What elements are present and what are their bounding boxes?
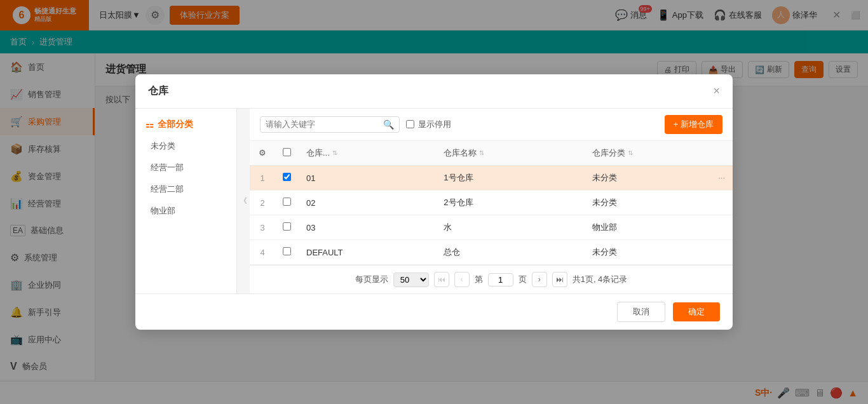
col-checkbox	[275, 141, 299, 166]
categories-title: 全部分类	[158, 119, 193, 130]
row-category: 未分类	[585, 240, 733, 265]
search-box: 🔍	[260, 116, 400, 133]
row-checkbox[interactable]	[283, 222, 291, 231]
row-code: DEFAULT	[299, 240, 436, 265]
row-code: 01	[299, 165, 436, 191]
col-name: 仓库名称 ⇅	[436, 141, 584, 166]
select-all-checkbox[interactable]	[283, 148, 291, 156]
per-page-label: 每页显示	[355, 274, 388, 285]
category-label-2: 经营二部	[151, 184, 184, 194]
total-info: 共1页, 4条记录	[573, 274, 628, 285]
modal-title: 仓库	[148, 84, 168, 98]
row-checkbox[interactable]	[283, 247, 291, 255]
show-disabled-checkbox-label[interactable]: 显示停用	[406, 119, 451, 130]
row-category: 未分类	[585, 191, 733, 215]
first-page-button[interactable]: ⏮	[434, 272, 449, 287]
modal-overlay: 仓库 × ⚏ 全部分类 未分类 经营一部 经营二部	[0, 0, 868, 404]
row-category: 未分类 ···	[585, 166, 733, 191]
table-row[interactable]: 3 03 水 物业部	[250, 215, 733, 240]
next-page-button[interactable]: ›	[532, 272, 547, 287]
modal-category-sidebar: ⚏ 全部分类 未分类 经营一部 经营二部 物业部	[135, 109, 237, 294]
category-item-ops2[interactable]: 经营二部	[135, 178, 236, 200]
row-name: 水	[436, 215, 584, 240]
pagination: 每页显示 50 10 20 100 ⏮ ‹ 第 页 › ⏭ 共1页, 4条记录	[250, 265, 733, 293]
row-name: 2号仓库	[436, 191, 584, 215]
cancel-button[interactable]: 取消	[617, 302, 665, 322]
col-category-sort-icon[interactable]: ⇅	[628, 149, 633, 156]
col-code-sort-icon[interactable]: ⇅	[332, 149, 337, 156]
per-page-select[interactable]: 50 10 20 100	[393, 273, 429, 287]
row-checkbox[interactable]	[283, 198, 291, 206]
table-row[interactable]: 2 02 2号仓库 未分类	[250, 191, 733, 215]
col-settings-icon[interactable]: ⚙	[259, 148, 266, 158]
page-input[interactable]	[488, 273, 513, 286]
col-settings: ⚙	[250, 141, 275, 166]
row-code: 03	[299, 215, 436, 240]
row-code: 02	[299, 191, 436, 215]
modal-footer: 取消 确定	[135, 293, 733, 330]
warehouse-modal: 仓库 × ⚏ 全部分类 未分类 经营一部 经营二部	[135, 74, 733, 330]
category-item-property[interactable]: 物业部	[135, 200, 236, 222]
row-more-button[interactable]: ···	[718, 173, 725, 182]
row-checkbox-cell	[275, 191, 299, 215]
row-checkbox[interactable]	[283, 173, 291, 181]
category-item-ops1[interactable]: 经营一部	[135, 157, 236, 178]
col-name-sort-icon[interactable]: ⇅	[479, 149, 484, 156]
category-item-unclassified[interactable]: 未分类	[135, 135, 236, 157]
show-disabled-checkbox[interactable]	[406, 120, 414, 128]
last-page-button[interactable]: ⏭	[552, 272, 567, 287]
col-name-label: 仓库名称	[444, 147, 477, 159]
categories-grid-icon: ⚏	[146, 119, 154, 130]
prev-page-button[interactable]: ‹	[454, 272, 470, 287]
row-index: 3	[250, 215, 275, 240]
modal-main-content: 🔍 显示停用 + 新增仓库 ⚙	[250, 109, 733, 294]
search-input[interactable]	[266, 119, 383, 129]
row-category: 物业部	[585, 215, 733, 240]
modal-close-button[interactable]: ×	[713, 85, 720, 97]
confirm-button[interactable]: 确定	[673, 302, 720, 321]
page-suffix: 页	[519, 274, 527, 285]
table-row[interactable]: 4 DEFAULT 总仓 未分类	[250, 240, 733, 265]
warehouse-table: ⚙ 仓库... ⇅	[250, 141, 733, 266]
row-checkbox-cell	[275, 215, 299, 240]
add-warehouse-button[interactable]: + 新增仓库	[665, 115, 722, 134]
row-index: 2	[250, 191, 275, 215]
category-label-0: 未分类	[151, 141, 175, 151]
category-label-1: 经营一部	[151, 163, 184, 172]
col-code: 仓库... ⇅	[299, 141, 436, 166]
search-icon: 🔍	[383, 119, 394, 130]
sidebar-collapse-button[interactable]: 《	[237, 109, 250, 294]
collapse-icon: 《	[240, 196, 247, 206]
all-categories-item[interactable]: ⚏ 全部分类	[135, 114, 236, 135]
col-category-label: 仓库分类	[592, 147, 625, 159]
row-checkbox-cell	[275, 165, 299, 191]
col-category: 仓库分类 ⇅	[585, 141, 733, 166]
modal-toolbar: 🔍 显示停用 + 新增仓库	[250, 109, 733, 141]
row-index: 4	[250, 240, 275, 265]
row-name: 1号仓库	[436, 165, 584, 191]
show-disabled-label: 显示停用	[418, 119, 451, 130]
modal-header: 仓库 ×	[135, 74, 733, 109]
category-label-3: 物业部	[151, 206, 175, 215]
col-code-label: 仓库...	[306, 147, 330, 159]
row-index: 1	[250, 165, 275, 191]
row-checkbox-cell	[275, 240, 299, 265]
table-row[interactable]: 1 01 1号仓库 未分类 ···	[250, 165, 733, 191]
row-name: 总仓	[436, 240, 584, 265]
modal-body: ⚏ 全部分类 未分类 经营一部 经营二部 物业部 《	[135, 109, 733, 294]
page-label: 第	[475, 274, 483, 285]
